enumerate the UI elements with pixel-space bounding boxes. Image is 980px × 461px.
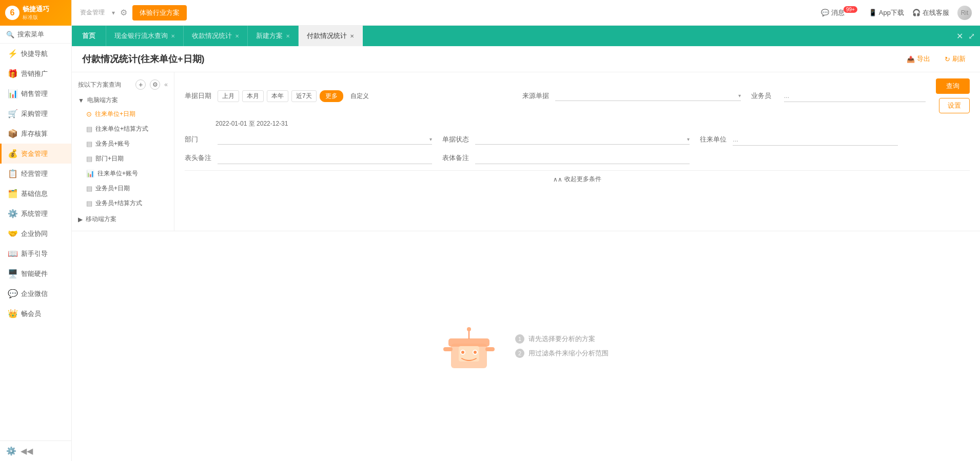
collapse-chevron-up-icon: ∧∧ — [553, 176, 562, 183]
tab-pay-stat[interactable]: 付款情况统计 ✕ — [299, 26, 363, 46]
scheme-add-btn[interactable]: + — [135, 79, 146, 90]
tab-pay-stat-close[interactable]: ✕ — [350, 33, 354, 39]
partner-select[interactable]: ... — [733, 133, 898, 146]
scheme-header: 按以下方案查询 + ⚙ « — [72, 77, 174, 92]
empty-hint-2-text: 用过滤条件来缩小分析范围 — [528, 349, 609, 358]
svg-point-6 — [474, 351, 477, 354]
doc-status-field: 单据状态 ▾ — [442, 134, 690, 145]
dept-arrow-icon: ▾ — [429, 136, 432, 142]
header-note-input[interactable] — [218, 152, 432, 164]
sidebar-item-sales[interactable]: 📊 销售管理 — [0, 84, 71, 104]
scheme-mobile-group-header[interactable]: ▶ 移动端方案 — [72, 213, 174, 226]
sidebar-item-hardware[interactable]: 🖥️ 智能硬件 — [0, 264, 71, 284]
scheme-item-staff-settle[interactable]: ▤ 业务员+结算方式 — [72, 196, 174, 211]
staff-placeholder: ... — [784, 92, 926, 99]
online-service-btn[interactable]: 🎧 在线客服 — [912, 8, 949, 17]
search-icon: 🔍 — [6, 31, 14, 38]
tab-receive-stat-label: 收款情况统计 — [192, 31, 232, 41]
sidebar-item-label: 畅会员 — [21, 309, 41, 318]
scheme-desktop-group-header[interactable]: ▼ 电脑端方案 — [72, 94, 174, 107]
user-avatar[interactable]: Rit — [957, 6, 972, 20]
sidebar-item-fund[interactable]: 💰 资金管理 — [0, 144, 71, 164]
tab-expand-icon[interactable]: ⤢ — [968, 31, 975, 41]
scheme-item-unit-account[interactable]: 📊 往来单位+账号 — [72, 166, 174, 181]
doc-status-select[interactable]: ▾ — [475, 134, 690, 145]
tab-bank-flow-close[interactable]: ✕ — [171, 33, 175, 39]
tab-home[interactable]: 首页 — [72, 26, 106, 46]
scheme-item-staff-date[interactable]: ▤ 业务员+日期 — [72, 181, 174, 196]
logo-icon: 6 — [5, 6, 19, 20]
tab-receive-stat-close[interactable]: ✕ — [235, 33, 239, 39]
scheme-mobile-arrow-icon: ▶ — [78, 216, 83, 223]
scheme-item-unit-date[interactable]: ⊙ 往来单位+日期 — [72, 107, 174, 122]
source-doc-select[interactable]: ▾ — [555, 91, 740, 101]
sidebar-item-enterprise[interactable]: 🤝 企业协同 — [0, 224, 71, 244]
date-custom-btn[interactable]: 自定义 — [346, 91, 373, 102]
sidebar-item-guide[interactable]: 📖 新手引导 — [0, 244, 71, 264]
sidebar-item-label: 智能硬件 — [21, 269, 48, 278]
refresh-btn[interactable]: ↻ 刷新 — [940, 52, 970, 66]
collapse-sidebar-icon[interactable]: ◀◀ — [21, 446, 33, 456]
refresh-icon: ↻ — [945, 55, 950, 63]
sidebar-item-label: 基础信息 — [21, 189, 48, 198]
sidebar-item-system[interactable]: ⚙️ 系统管理 — [0, 204, 71, 224]
logo-name: 畅捷通巧 — [23, 5, 49, 14]
form-row-3: 表头备注 表体备注 — [185, 152, 970, 164]
sidebar-item-quick-nav[interactable]: ⚡ 快捷导航 — [0, 44, 71, 64]
scheme-item-dept-date[interactable]: ▤ 部门+日期 — [72, 151, 174, 166]
operation-icon: 📋 — [8, 169, 17, 178]
tabbar-actions: ✕ ⤢ — [951, 26, 980, 46]
settings-bottom-icon[interactable]: ⚙️ — [6, 446, 16, 456]
svg-point-5 — [461, 351, 464, 354]
date-last-month-btn[interactable]: 上月 — [218, 90, 239, 102]
topbar-settings-icon[interactable]: ⚙ — [120, 8, 127, 17]
message-btn[interactable]: 💬 消息99+ — [821, 8, 860, 17]
sidebar-item-inventory[interactable]: 📦 库存核算 — [0, 124, 71, 144]
sidebar-item-wechat[interactable]: 💬 企业微信 — [0, 284, 71, 304]
topbar-dropdown-icon[interactable]: ▾ — [112, 9, 115, 16]
scheme-item-dept-date-icon: ▤ — [86, 155, 92, 163]
tabbar: 首页 现金银行流水查询 ✕ 收款情况统计 ✕ 新建方案 ✕ 付款情况统计 ✕ ✕… — [72, 26, 980, 46]
body-note-input[interactable] — [475, 152, 690, 164]
quick-nav-icon: ⚡ — [8, 49, 17, 58]
empty-hints: 1 请先选择要分析的方案 2 用过滤条件来缩小分析范围 — [515, 334, 609, 358]
scheme-collapse-btn[interactable]: « — [164, 81, 168, 88]
hardware-icon: 🖥️ — [8, 269, 17, 278]
query-btn[interactable]: 查询 — [936, 78, 970, 94]
search-menu[interactable]: 🔍 搜索菜单 — [0, 26, 71, 44]
staff-select[interactable]: ... — [784, 90, 926, 102]
tab-new-scheme-close[interactable]: ✕ — [286, 33, 290, 39]
form-settings-btn[interactable]: 设置 — [939, 98, 970, 113]
tab-new-scheme[interactable]: 新建方案 ✕ — [248, 26, 299, 46]
date-last-7-days-btn[interactable]: 近7天 — [291, 90, 317, 102]
sidebar-item-operation[interactable]: 📋 经营管理 — [0, 164, 71, 184]
svg-rect-10 — [485, 347, 495, 351]
date-this-month-btn[interactable]: 本月 — [242, 90, 264, 102]
export-btn[interactable]: 📤 导出 — [903, 52, 934, 66]
scheme-item-unit-settle-label: 往来单位+结算方式 — [95, 125, 148, 133]
tab-bank-flow[interactable]: 现金银行流水查询 ✕ — [106, 26, 184, 46]
tab-close-all-icon[interactable]: ✕ — [956, 31, 963, 41]
sidebar-item-purchase[interactable]: 🛒 采购管理 — [0, 104, 71, 124]
dept-select[interactable]: ▾ — [218, 134, 432, 145]
scheme-settings-btn[interactable]: ⚙ — [150, 79, 160, 90]
app-download-btn[interactable]: 📱 App下载 — [869, 8, 904, 17]
tab-receive-stat[interactable]: 收款情况统计 ✕ — [184, 26, 248, 46]
trial-btn[interactable]: 体验行业方案 — [132, 5, 187, 21]
collapse-more-btn[interactable]: ∧∧ 收起更多条件 — [185, 170, 970, 188]
scheme-mobile-group-label: 移动端方案 — [86, 215, 116, 224]
partner-field: 往来单位 ... — [700, 133, 898, 146]
hint-num-1: 1 — [515, 334, 524, 344]
scheme-item-staff-date-icon: ▤ — [86, 185, 92, 192]
sidebar-item-member[interactable]: 👑 畅会员 — [0, 304, 71, 324]
scheme-item-unit-settle[interactable]: ▤ 往来单位+结算方式 — [72, 122, 174, 136]
partner-placeholder: ... — [733, 135, 898, 143]
purchase-icon: 🛒 — [8, 109, 17, 118]
sidebar-item-marketing[interactable]: 🎁 营销推广 — [0, 64, 71, 84]
date-more-btn[interactable]: 更多 — [320, 90, 343, 102]
search-menu-label: 搜索菜单 — [17, 30, 44, 39]
sidebar-item-basic[interactable]: 🗂️ 基础信息 — [0, 184, 71, 204]
sidebar-bottom: ⚙️ ◀◀ — [0, 440, 71, 461]
scheme-item-staff-account[interactable]: ▤ 业务员+账号 — [72, 136, 174, 151]
date-this-year-btn[interactable]: 本年 — [267, 90, 288, 102]
